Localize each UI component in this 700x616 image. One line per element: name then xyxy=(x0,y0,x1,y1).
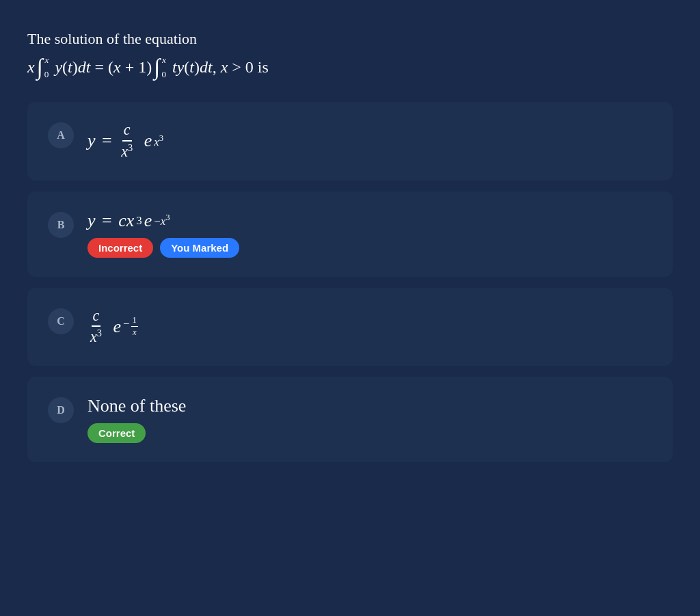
eq-yt: y(t)dt = (x + 1) xyxy=(51,54,152,80)
question-header: The solution of the equation x ∫ x 0 y(t… xyxy=(27,27,673,81)
option-content-a: y = c x3 ex3 xyxy=(88,121,163,161)
option-content-c: c x3 e−1x xyxy=(88,307,139,347)
option-card-d[interactable]: D None of these Correct xyxy=(27,377,673,462)
eq-x: x xyxy=(27,54,35,80)
page-container: The solution of the equation x ∫ x 0 y(t… xyxy=(0,0,700,616)
option-formula-c: c x3 e−1x xyxy=(88,307,139,347)
option-b-badges: Incorrect You Marked xyxy=(88,238,239,258)
eq-tyt: ty(t)dt, x > 0 is xyxy=(168,54,269,80)
option-card-b[interactable]: B y = cx3e−x3 Incorrect You Marked xyxy=(27,191,673,277)
question-title: The solution of the equation xyxy=(27,27,673,50)
option-letter-b: B xyxy=(48,212,74,238)
option-formula-d: None of these xyxy=(88,396,186,416)
question-equation: x ∫ x 0 y(t)dt = (x + 1) ∫ x 0 ty( xyxy=(27,53,673,81)
eq-integral2: ∫ x 0 xyxy=(153,53,167,81)
badge-incorrect: Incorrect xyxy=(88,238,153,258)
option-content-d: None of these Correct xyxy=(88,396,186,443)
option-content-b: y = cx3e−x3 Incorrect You Marked xyxy=(88,211,239,258)
option-formula-b: y = cx3e−x3 xyxy=(88,211,239,231)
option-card-a[interactable]: A y = c x3 ex3 xyxy=(27,102,673,180)
badge-you-marked: You Marked xyxy=(160,238,239,258)
option-card-c[interactable]: C c x3 e−1x xyxy=(27,288,673,366)
option-d-badges: Correct xyxy=(88,423,186,443)
eq-integral1: ∫ x 0 xyxy=(36,53,50,81)
option-letter-c: C xyxy=(48,308,74,334)
badge-correct: Correct xyxy=(88,423,146,443)
option-letter-d: D xyxy=(48,397,74,423)
options-container: A y = c x3 ex3 B y = cx3e−x3 xyxy=(27,102,673,462)
option-formula-a: y = c x3 ex3 xyxy=(88,121,163,161)
option-letter-a: A xyxy=(48,122,74,148)
